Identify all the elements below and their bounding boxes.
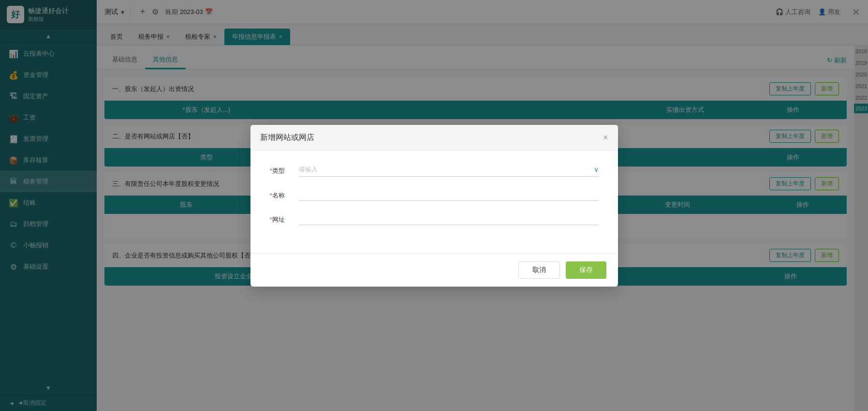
modal-overlay[interactable]: 新增网站或网店 × *类型 ∨ *名称 [0, 0, 868, 411]
form-row-url: *网址 [270, 214, 599, 225]
url-input[interactable] [299, 214, 599, 222]
form-label-type: *类型 [270, 167, 299, 175]
name-input-wrap [299, 190, 599, 201]
form-row-type: *类型 ∨ [270, 166, 599, 177]
dialog-close-button[interactable]: × [603, 133, 608, 143]
name-input[interactable] [299, 190, 599, 198]
dialog-header: 新增网站或网店 × [250, 125, 618, 151]
add-website-dialog: 新增网站或网店 × *类型 ∨ *名称 [250, 125, 618, 287]
dialog-footer: 取消 保存 [250, 253, 618, 287]
type-input-wrap: ∨ [299, 166, 599, 177]
save-button[interactable]: 保存 [566, 261, 606, 279]
cancel-button[interactable]: 取消 [518, 261, 560, 279]
type-input[interactable] [299, 166, 594, 173]
dropdown-icon[interactable]: ∨ [594, 166, 599, 173]
form-row-name: *名称 [270, 190, 599, 201]
url-input-wrap [299, 214, 599, 225]
dialog-title: 新增网站或网店 [260, 133, 314, 143]
dialog-body: *类型 ∨ *名称 *网址 [250, 151, 618, 253]
form-label-url: *网址 [270, 215, 299, 224]
form-label-name: *名称 [270, 191, 299, 200]
